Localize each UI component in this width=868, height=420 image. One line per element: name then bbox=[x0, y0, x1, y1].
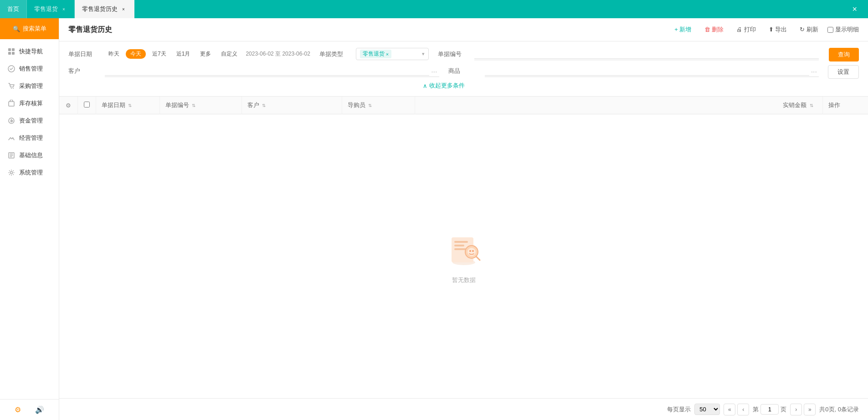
col-amount-sort[interactable]: ⇅ bbox=[810, 103, 813, 108]
select-all-checkbox[interactable] bbox=[84, 102, 90, 108]
sidebar-item-operations[interactable]: 经营管理 bbox=[0, 129, 59, 147]
page-title: 零售退货历史 bbox=[68, 25, 112, 35]
main-layout: 🔍 搜索菜单 快捷导航 销售管理 采购管理 bbox=[0, 18, 868, 420]
tab-retail-return-label: 零售退货 bbox=[34, 5, 58, 13]
type-selector[interactable]: 零售退货 × ▾ bbox=[356, 48, 429, 60]
finance-icon bbox=[7, 117, 15, 125]
goods-dots[interactable]: ... bbox=[809, 66, 819, 74]
svg-point-5 bbox=[11, 88, 12, 89]
export-button[interactable]: ⬆ 导出 bbox=[765, 24, 791, 36]
col-date-sort[interactable]: ⇅ bbox=[128, 103, 132, 108]
column-settings-icon[interactable]: ⚙ bbox=[66, 102, 71, 109]
speaker-icon[interactable]: 🔊 bbox=[35, 405, 44, 414]
tab-retail-return-history[interactable]: 零售退货历史 × bbox=[75, 0, 134, 18]
svg-point-6 bbox=[13, 88, 14, 89]
display-detail-checkbox[interactable]: 显示明细 bbox=[827, 26, 859, 34]
sidebar-item-quick-nav[interactable]: 快捷导航 bbox=[0, 43, 59, 60]
sidebar-item-sales[interactable]: 销售管理 bbox=[0, 60, 59, 77]
svg-line-18 bbox=[476, 256, 480, 260]
tab-retail-return-history-close[interactable]: × bbox=[120, 6, 127, 12]
pagination: 每页显示 50 10 20 100 « ‹ 第 页 › » 共0页, 0条记录 bbox=[59, 398, 868, 420]
inventory-icon bbox=[7, 99, 15, 108]
tab-retail-return-close[interactable]: × bbox=[61, 6, 67, 12]
table-header: ⚙ 单据日期 ⇅ 单据编号 ⇅ bbox=[59, 97, 868, 114]
date-btn-today[interactable]: 今天 bbox=[126, 49, 146, 59]
sidebar-item-operations-label: 经营管理 bbox=[19, 134, 43, 142]
content-area: 零售退货历史 + 新增 🗑 删除 🖨 打印 ⬆ 导出 ↻ 刷新 显示明细 单据 bbox=[59, 18, 868, 420]
date-btn-custom[interactable]: 自定义 bbox=[217, 49, 241, 59]
type-tag-value: 零售退货 bbox=[363, 50, 385, 58]
customer-field: ... bbox=[105, 65, 439, 77]
window-close-button[interactable]: × bbox=[848, 5, 861, 14]
top-bar: 首页 零售退货 × 零售退货历史 × × bbox=[0, 0, 868, 18]
page-first-button[interactable]: « bbox=[724, 404, 735, 415]
per-page-label: 每页显示 bbox=[667, 405, 691, 414]
svg-rect-13 bbox=[454, 241, 468, 243]
date-btn-1month[interactable]: 近1月 bbox=[173, 49, 194, 59]
col-action-label: 操作 bbox=[828, 102, 840, 108]
customer-input[interactable] bbox=[105, 65, 429, 76]
col-number: 单据编号 ⇅ bbox=[159, 97, 241, 114]
tab-retail-return[interactable]: 零售退货 × bbox=[27, 0, 75, 18]
table-header-row: ⚙ 单据日期 ⇅ 单据编号 ⇅ bbox=[59, 97, 868, 114]
number-label: 单据编号 bbox=[438, 50, 465, 58]
new-button[interactable]: + 新增 bbox=[671, 24, 695, 36]
search-menu-icon: 🔍 bbox=[13, 26, 20, 32]
sidebar-item-sales-label: 销售管理 bbox=[19, 65, 43, 73]
col-number-label: 单据编号 bbox=[165, 102, 189, 108]
type-tag-remove[interactable]: × bbox=[386, 51, 389, 57]
filter-settings-button[interactable]: 设置 bbox=[828, 65, 859, 79]
empty-text: 暂无数据 bbox=[452, 276, 476, 284]
col-customer-sort[interactable]: ⇅ bbox=[262, 103, 266, 108]
sidebar-item-inventory[interactable]: 库存核算 bbox=[0, 95, 59, 112]
customer-dots[interactable]: ... bbox=[429, 66, 439, 74]
number-input[interactable] bbox=[474, 48, 819, 59]
date-range-display: 2023-06-02 至 2023-06-02 bbox=[246, 50, 310, 58]
sidebar-item-basic-info[interactable]: 基础信息 bbox=[0, 147, 59, 164]
page-header: 零售退货历史 + 新增 🗑 删除 🖨 打印 ⬆ 导出 ↻ 刷新 显示明细 bbox=[59, 18, 868, 41]
date-btn-yesterday[interactable]: 昨天 bbox=[105, 49, 123, 59]
date-btn-7days[interactable]: 近7天 bbox=[149, 49, 170, 59]
collapse-button[interactable]: ∧ 收起更多条件 bbox=[423, 82, 465, 90]
collapse-label: 收起更多条件 bbox=[429, 82, 465, 90]
svg-rect-7 bbox=[9, 102, 14, 106]
display-detail-input[interactable] bbox=[827, 27, 833, 33]
header-actions: + 新增 🗑 删除 🖨 打印 ⬆ 导出 ↻ 刷新 显示明细 bbox=[671, 24, 859, 36]
display-detail-label: 显示明细 bbox=[835, 26, 859, 34]
col-amount-label: 实销金额 bbox=[783, 102, 806, 108]
empty-icon bbox=[443, 228, 484, 271]
print-button[interactable]: 🖨 打印 bbox=[733, 24, 760, 36]
page-last-button[interactable]: » bbox=[804, 404, 816, 415]
svg-rect-15 bbox=[454, 248, 466, 250]
col-customer: 客户 ⇅ bbox=[241, 97, 342, 114]
sales-icon bbox=[7, 65, 15, 73]
delete-button[interactable]: 🗑 删除 bbox=[701, 24, 728, 36]
col-action: 操作 bbox=[822, 97, 868, 114]
col-amount: 实销金额 ⇅ bbox=[415, 97, 822, 114]
page-prev-button[interactable]: ‹ bbox=[737, 404, 749, 415]
page-next-button[interactable]: › bbox=[790, 404, 802, 415]
date-filters: 昨天 今天 近7天 近1月 更多 自定义 2023-06-02 至 2023-0… bbox=[105, 49, 310, 59]
settings-bottom-icon[interactable]: ⚙ bbox=[15, 405, 21, 414]
sidebar-item-basic-info-label: 基础信息 bbox=[19, 151, 43, 159]
per-page-select[interactable]: 50 10 20 100 bbox=[694, 404, 720, 415]
col-number-sort[interactable]: ⇅ bbox=[192, 103, 195, 108]
sidebar-item-system[interactable]: 系统管理 bbox=[0, 164, 59, 181]
page-input-area: 第 页 bbox=[753, 404, 786, 415]
goods-field: ... bbox=[485, 65, 819, 77]
sidebar-item-finance[interactable]: 资金管理 bbox=[0, 112, 59, 129]
date-btn-more[interactable]: 更多 bbox=[196, 49, 215, 59]
tab-list: 首页 零售退货 × 零售退货历史 × bbox=[0, 0, 848, 18]
page-number-input[interactable] bbox=[760, 404, 779, 415]
system-icon bbox=[7, 169, 15, 177]
query-button[interactable]: 查询 bbox=[829, 48, 859, 61]
goods-input[interactable] bbox=[485, 65, 809, 76]
page-nav: « ‹ bbox=[724, 404, 749, 415]
col-guide-sort[interactable]: ⇅ bbox=[368, 103, 372, 108]
top-bar-right: × bbox=[848, 5, 868, 14]
tab-home[interactable]: 首页 bbox=[0, 0, 27, 18]
sidebar-bottom: ⚙ 🔊 bbox=[0, 399, 59, 420]
search-menu-button[interactable]: 🔍 搜索菜单 bbox=[0, 18, 59, 39]
sidebar-item-purchase[interactable]: 采购管理 bbox=[0, 77, 59, 95]
refresh-button[interactable]: ↻ 刷新 bbox=[796, 24, 822, 36]
